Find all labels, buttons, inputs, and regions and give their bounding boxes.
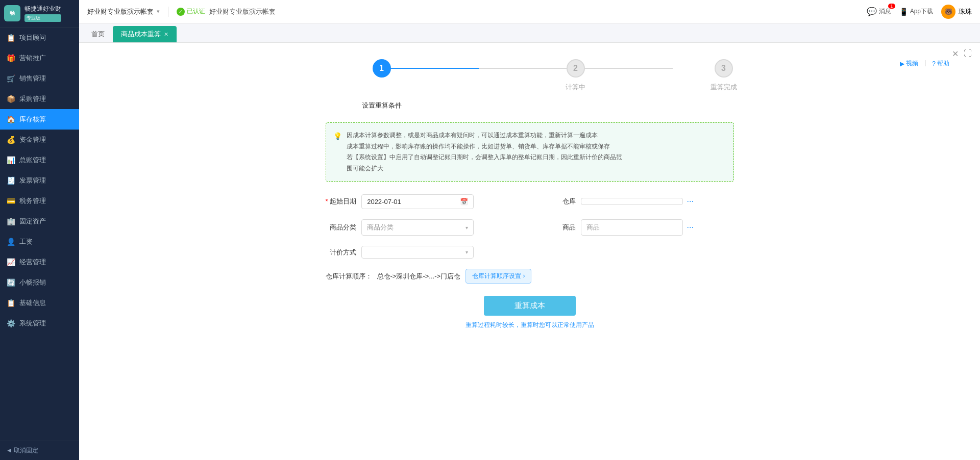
tab-recalc[interactable]: 商品成本重算 ✕: [113, 26, 177, 42]
verified-badge: ✓ 已认证: [177, 7, 205, 16]
video-label: 视频: [906, 59, 918, 68]
sidebar-item-expense[interactable]: 🔄 小畅报销: [0, 272, 79, 293]
step-1-number: 1: [379, 64, 384, 73]
sales-icon: 🛒: [6, 74, 15, 83]
notice-icon: 💡: [333, 130, 342, 143]
goods-group: 商品 商品 ···: [545, 219, 734, 236]
warehouse-order-row: 仓库计算顺序： 总仓->深圳仓库->...->门店仓 仓库计算顺序设置 ›: [326, 269, 734, 284]
tax-icon: 💳: [6, 197, 15, 205]
sidebar: 畅 畅捷通好业财 专业版 📋 项目顾问 🎁 营销推广 🛒 销售管理 📦 采购管理…: [0, 0, 79, 460]
expand-panel-button[interactable]: ⛶: [964, 49, 972, 59]
sidebar-label-expense: 小畅报销: [19, 278, 46, 287]
help-label: 帮助: [937, 59, 949, 68]
app-download-button[interactable]: 📱 App下载: [899, 7, 933, 16]
sidebar-item-purchase[interactable]: 📦 采购管理: [0, 89, 79, 109]
messages-button[interactable]: 💬 消息 1: [867, 7, 891, 16]
start-date-group: 起始日期 2022-07-01 📅: [326, 194, 514, 209]
step-3-circle: 3: [715, 59, 733, 78]
sidebar-item-project[interactable]: 📋 项目顾问: [0, 28, 79, 48]
sidebar-item-operations[interactable]: 📈 经营管理: [0, 252, 79, 272]
warehouse-order-label: 仓库计算顺序：: [326, 272, 372, 281]
step-2-number: 2: [573, 64, 578, 73]
category-label: 商品分类: [326, 223, 361, 232]
username-label: 珠珠: [959, 7, 972, 16]
tab-home[interactable]: 首页: [83, 26, 113, 42]
tab-home-label: 首页: [91, 30, 105, 39]
sidebar-item-sales[interactable]: 🛒 销售管理: [0, 68, 79, 89]
warehouse-label: 仓库: [545, 197, 581, 206]
notice-line-2: 成本重算过程中，影响库存账的操作均不能操作，比如进货单、销货单、库存单据不能审核…: [347, 141, 725, 152]
sidebar-header: 畅 畅捷通好业财 专业版: [0, 0, 79, 28]
sidebar-item-marketing[interactable]: 🎁 营销推广: [0, 48, 79, 68]
goods-dots-button[interactable]: ···: [683, 220, 698, 235]
inventory-icon: 🏠: [6, 115, 15, 123]
step-1: 1 设置重算条件: [285, 59, 479, 110]
assets-icon: 🏢: [6, 217, 15, 225]
category-chevron-icon: ▾: [465, 225, 468, 231]
sidebar-item-system[interactable]: ⚙️ 系统管理: [0, 313, 79, 334]
account-selector[interactable]: 好业财专业版演示帐套 ▾: [87, 7, 160, 16]
sidebar-title-group: 畅捷通好业财 专业版: [24, 5, 61, 22]
sidebar-item-ledger[interactable]: 📊 总账管理: [0, 150, 79, 170]
sidebar-item-invoice[interactable]: 🧾 发票管理: [0, 170, 79, 191]
ledger-icon: 📊: [6, 156, 15, 164]
tab-close-icon[interactable]: ✕: [164, 31, 168, 38]
step-1-label: 设置重算条件: [362, 101, 402, 110]
system-icon: ⚙️: [6, 319, 15, 327]
user-menu[interactable]: 🐻 珠珠: [941, 5, 972, 19]
topbar-actions: 💬 消息 1 📱 App下载 🐻 珠珠: [867, 5, 972, 19]
sidebar-unpin-button[interactable]: ◄ 取消固定: [0, 441, 79, 460]
warehouse-order-text: 总仓->深圳仓库->...->门店仓: [377, 272, 461, 281]
category-select[interactable]: 商品分类 ▾: [361, 219, 474, 236]
recalc-note: 重算过程耗时较长，重算时您可以正常使用产品: [326, 321, 734, 329]
payroll-icon: 👤: [6, 238, 15, 246]
topbar-divider-1: [168, 7, 168, 17]
warehouse-dots-button[interactable]: ···: [683, 194, 698, 209]
help-links: ▶ 视频 | ? 帮助: [900, 59, 949, 68]
recalc-button[interactable]: 重算成本: [484, 296, 576, 316]
price-method-select[interactable]: ▾: [361, 246, 474, 259]
video-icon: ▶: [900, 60, 904, 67]
invoice-icon: 🧾: [6, 176, 15, 185]
warehouse-input[interactable]: [581, 198, 683, 205]
avatar-emoji: 🐻: [945, 8, 952, 15]
sidebar-app-title: 畅捷通好业财: [24, 5, 61, 13]
sidebar-label-project: 项目顾问: [19, 33, 46, 42]
category-group: 商品分类 商品分类 ▾: [326, 219, 514, 236]
close-panel-button[interactable]: ✕: [952, 49, 959, 59]
sidebar-item-inventory[interactable]: 🏠 库存核算: [0, 109, 79, 130]
sidebar-item-payroll[interactable]: 👤 工资: [0, 232, 79, 252]
sidebar-item-assets[interactable]: 🏢 固定资产: [0, 211, 79, 232]
basic-icon: 📋: [6, 299, 15, 307]
purchase-icon: 📦: [6, 95, 15, 103]
sidebar-label-assets: 固定资产: [19, 217, 46, 226]
messages-icon: 💬: [867, 7, 877, 16]
warehouse-order-settings-button[interactable]: 仓库计算顺序设置 ›: [465, 269, 531, 284]
tab-recalc-label: 商品成本重算: [121, 30, 161, 39]
sidebar-label-purchase: 采购管理: [19, 94, 46, 104]
form-area: 起始日期 2022-07-01 📅 仓库 ··· 商品分类: [326, 194, 734, 340]
video-link[interactable]: ▶ 视频: [900, 59, 918, 68]
sidebar-item-tax[interactable]: 💳 税务管理: [0, 191, 79, 211]
account-name: 好业财专业版演示帐套: [87, 7, 154, 16]
unpin-label: ◄ 取消固定: [6, 446, 38, 455]
start-date-label: 起始日期: [326, 197, 362, 206]
app-download-label: App下载: [910, 7, 933, 16]
app-download-icon: 📱: [899, 8, 908, 16]
sidebar-label-payroll: 工资: [19, 237, 33, 246]
step-1-circle: 1: [373, 59, 391, 78]
step-3-number: 3: [721, 64, 726, 73]
steps-container: 1 设置重算条件 2 计算中 3: [79, 43, 980, 122]
notice-box: 💡 因成本计算参数调整，或是对商品成本有疑问时，可以通过成本重算功能，重新计算一…: [326, 122, 734, 182]
form-row-2: 商品分类 商品分类 ▾ 商品 商品 ···: [326, 219, 734, 236]
step-2-label: 计算中: [566, 83, 585, 92]
help-link-btn[interactable]: ? 帮助: [932, 59, 949, 68]
sidebar-item-finance[interactable]: 💰 资金管理: [0, 130, 79, 150]
goods-input[interactable]: 商品: [581, 219, 683, 236]
goods-placeholder: 商品: [586, 223, 600, 232]
sidebar-logo: 畅: [4, 5, 20, 21]
sidebar-item-basic[interactable]: 📋 基础信息: [0, 293, 79, 313]
start-date-input[interactable]: 2022-07-01 📅: [361, 194, 474, 209]
tabbar: 首页 商品成本重算 ✕: [79, 23, 980, 43]
calendar-icon[interactable]: 📅: [460, 198, 468, 206]
